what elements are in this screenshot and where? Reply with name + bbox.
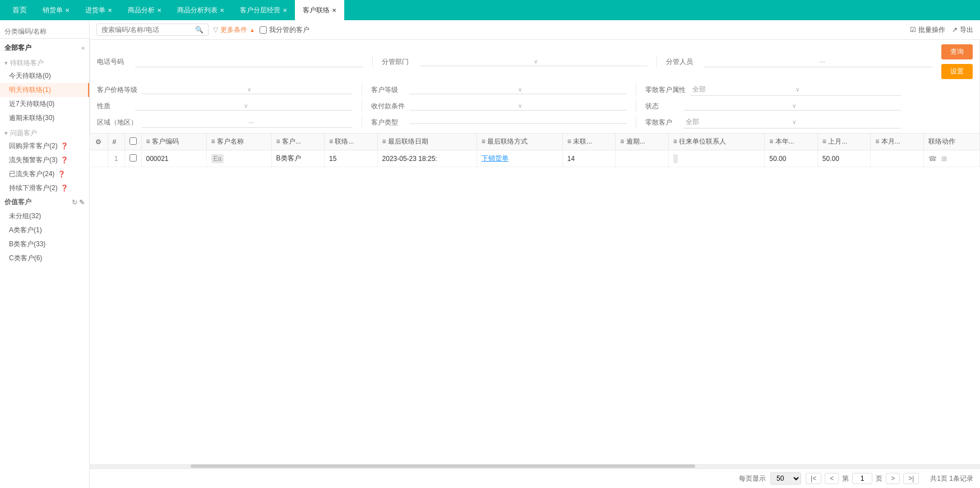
page-suffix: 页	[876, 474, 882, 484]
row-check-0[interactable]	[124, 150, 141, 167]
col-type[interactable]: ≡ 客户...	[271, 133, 324, 150]
retail-attr-chevron-icon: ∨	[796, 86, 899, 93]
nav-purchase-order[interactable]: 进货单 ✕	[77, 0, 120, 20]
nav-close-customer-contact[interactable]: ✕	[332, 7, 336, 13]
sidebar-all-customers[interactable]: 全部客户 «	[0, 41, 89, 55]
chevron-up-icon: ▲	[249, 27, 255, 33]
last-page-btn[interactable]: >|	[903, 473, 919, 484]
col-last-method[interactable]: ≡ 最后联络方式	[477, 133, 562, 150]
price-level-select[interactable]: ∨	[142, 85, 353, 94]
col-gear[interactable]: ⚙	[90, 133, 108, 150]
col-action: 联络动作	[923, 133, 979, 150]
payment-label: 收付款条件	[371, 102, 405, 111]
row-contact-0: 15	[325, 150, 377, 167]
sidebar-week-contact[interactable]: 近7天待联络(0)	[0, 97, 89, 111]
nav-home[interactable]: 首页	[4, 0, 35, 20]
status-select[interactable]: ∨	[683, 102, 901, 111]
sidebar-search-input[interactable]	[4, 27, 89, 35]
col-no-contact[interactable]: ≡ 未联...	[562, 133, 615, 150]
row-this-year-0: 50.00	[765, 150, 817, 167]
col-name[interactable]: ≡ 客户名称	[206, 133, 271, 150]
price-level-label: 客户价格等级	[97, 85, 137, 95]
dept-select[interactable]: ∨	[420, 57, 648, 66]
area-ellipsis-icon[interactable]: ···	[248, 118, 350, 126]
action-grid-icon-0[interactable]: ⊞	[941, 155, 947, 163]
sidebar-lost[interactable]: 已流失客户(24) ❓	[0, 167, 89, 181]
col-this-month[interactable]: ≡ 本月...	[871, 133, 923, 150]
export-icon: ↗	[952, 26, 958, 34]
row-last-method-0[interactable]: 下销货单	[477, 150, 562, 167]
phone-input[interactable]	[135, 57, 363, 67]
my-customer-checkbox-label[interactable]: 我分管的客户	[260, 25, 309, 35]
sidebar-ungrouped[interactable]: 未分组(32)	[0, 209, 89, 223]
sidebar-today-contact[interactable]: 今天待联络(0)	[0, 69, 89, 83]
checkbox-icon: ☑	[910, 26, 916, 34]
customer-level-select[interactable]: ∨	[409, 85, 627, 94]
prev-page-btn[interactable]: <	[825, 473, 839, 484]
query-btn[interactable]: 查询	[941, 44, 973, 59]
nav-close-product[interactable]: ✕	[157, 7, 161, 13]
col-contact[interactable]: ≡ 联络...	[325, 133, 377, 150]
row-type-0: B类客户	[271, 150, 324, 167]
sidebar-a-class[interactable]: A类客户(1)	[0, 223, 89, 237]
col-num: #	[108, 133, 124, 150]
toolbar-search-icon[interactable]: 🔍	[195, 26, 204, 34]
first-page-btn[interactable]: |<	[806, 473, 821, 484]
page-input[interactable]	[852, 473, 872, 484]
nav-customer-contact[interactable]: 客户联络 ✕	[295, 0, 344, 20]
col-last-month[interactable]: ≡ 上月...	[817, 133, 870, 150]
manager-select[interactable]: ···	[704, 57, 932, 67]
retail-customer-select[interactable]: 全部 ∨	[683, 116, 901, 128]
col-this-year[interactable]: ≡ 本年...	[765, 133, 817, 150]
sidebar-tomorrow-contact[interactable]: 明天待联络(1)	[0, 83, 89, 97]
row-checkbox-0[interactable]	[130, 154, 137, 162]
sidebar-lost-risk[interactable]: 流失预警客户(3) ❓	[0, 153, 89, 167]
horizontal-scrollbar-thumb[interactable]	[191, 464, 695, 468]
nav-close-purchase[interactable]: ✕	[108, 7, 112, 13]
horizontal-scrollbar[interactable]	[90, 464, 980, 468]
manager-ellipsis-icon[interactable]: ···	[820, 58, 930, 66]
col-company-contact[interactable]: ≡ 往来单位联系人	[668, 133, 765, 150]
sidebar-c-class[interactable]: C类客户(6)	[0, 251, 89, 265]
question-icon-1: ❓	[61, 142, 68, 149]
nav-sales-order[interactable]: 销货单 ✕	[35, 0, 77, 20]
nav-close-customer-layer[interactable]: ✕	[283, 7, 287, 13]
setting-btn[interactable]: 设置	[941, 64, 973, 79]
col-check[interactable]	[124, 133, 141, 150]
toolbar-right: ☑ 批量操作 ↗ 导出	[910, 25, 973, 35]
nav-close-sales[interactable]: ✕	[65, 7, 70, 13]
toolbar-search-input[interactable]	[101, 26, 193, 34]
col-last-date[interactable]: ≡ 最后联络日期	[377, 133, 477, 150]
per-page-select[interactable]: 50 100 200	[770, 472, 801, 485]
nav-close-product-list[interactable]: ✕	[220, 7, 224, 13]
sidebar-b-class[interactable]: B类客户(33)	[0, 237, 89, 251]
col-code[interactable]: ≡ 客户编码	[141, 133, 206, 150]
col-overdue[interactable]: ≡ 逾期...	[616, 133, 668, 150]
nav-product-analysis-list[interactable]: 商品分析列表 ✕	[169, 0, 232, 20]
export-btn[interactable]: ↗ 导出	[952, 25, 973, 35]
my-customer-checkbox[interactable]	[260, 26, 267, 34]
retail-attr-select[interactable]: 全部 ∨	[690, 84, 901, 96]
next-page-btn[interactable]: >	[886, 473, 900, 484]
sidebar-overdue-contact[interactable]: 逾期未联络(30)	[0, 111, 89, 125]
filter-phone: 电话号码	[97, 57, 363, 67]
batch-op-btn[interactable]: ☑ 批量操作	[910, 25, 945, 35]
area-select[interactable]: ···	[142, 117, 353, 128]
toolbar-search-bar[interactable]: 🔍	[96, 24, 209, 36]
nature-select[interactable]: ∨	[135, 102, 353, 111]
sidebar-repeat-abnormal[interactable]: 回购异常客户(2) ❓	[0, 139, 89, 153]
customer-type-select[interactable]	[409, 121, 627, 124]
sidebar-continuous-drop[interactable]: 持续下滑客户(2) ❓	[0, 181, 89, 195]
more-conditions-btn[interactable]: ▽ 更多条件 ▲	[213, 25, 255, 35]
payment-select[interactable]: ∨	[409, 102, 627, 111]
sidebar-problem-customers-title: 问题客户	[0, 125, 89, 139]
action-phone-icon-0[interactable]: ☎	[928, 155, 937, 163]
nav-product-analysis[interactable]: 商品分析 ✕	[120, 0, 169, 20]
nav-customer-layer[interactable]: 客户分层经营 ✕	[232, 0, 295, 20]
select-all-checkbox[interactable]	[130, 137, 137, 145]
filter-nature: 性质 ∨	[97, 102, 353, 111]
sidebar-search-bar[interactable]: 🔍	[0, 25, 89, 39]
retail-customer-chevron-icon: ∨	[792, 119, 899, 125]
table-header-row: ⚙ # ≡ 客户编码 ≡ 客户名称 ≡ 客户... ≡ 联络... ≡ 最后联络…	[90, 133, 980, 150]
value-section-icons[interactable]: ↻ ✎	[72, 199, 85, 206]
